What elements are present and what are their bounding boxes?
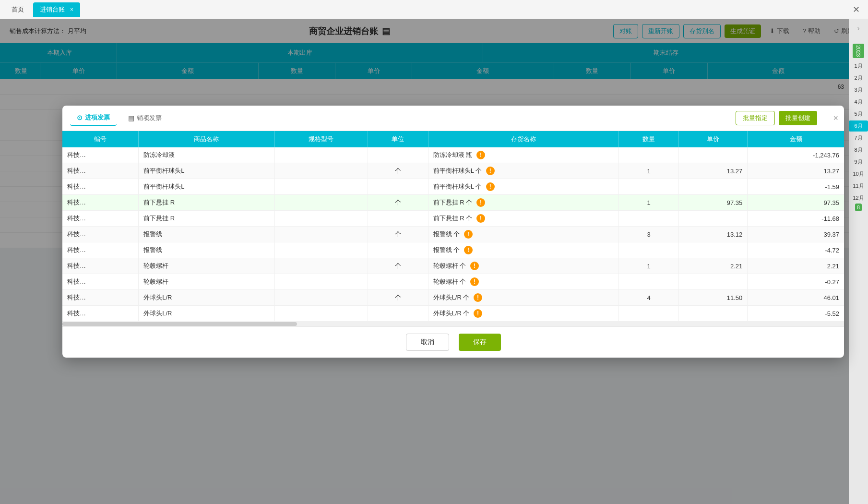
cell-id: 科技… bbox=[62, 179, 139, 195]
sidebar-month-5[interactable]: 5月 bbox=[849, 108, 868, 120]
right-sidebar: › 月初 2023 1月 2月 3月 4月 5月 6月 7月 8月 9月 10月… bbox=[849, 19, 868, 504]
cell-amount: -1,243.76 bbox=[748, 147, 844, 163]
sidebar-month-list: 1月 2月 3月 4月 5月 6月 7月 8月 9月 10月 11月 12月 bbox=[849, 60, 868, 204]
table-row: 科技… 外球头L/R 外球头L/R 个 ! -5.52 bbox=[62, 306, 844, 322]
window-close-button[interactable]: ✕ bbox=[849, 2, 863, 17]
sidebar-month-6[interactable]: 6月 bbox=[849, 120, 868, 132]
cell-spec bbox=[274, 163, 368, 179]
sidebar-month-2[interactable]: 2月 bbox=[849, 72, 868, 84]
sidebar-month-8[interactable]: 8月 bbox=[849, 144, 868, 156]
sidebar-month-9[interactable]: 9月 bbox=[849, 156, 868, 168]
modal-footer: 取消 保存 bbox=[62, 326, 844, 358]
cell-amount: 2.21 bbox=[748, 258, 844, 274]
cell-id: 科技… bbox=[62, 227, 139, 242]
cell-qty: 1 bbox=[619, 195, 679, 211]
cell-amount: 97.35 bbox=[748, 195, 844, 211]
col-header-amount: 金额 bbox=[748, 131, 844, 147]
table-row: 科技… 外球头L/R 个 外球头L/R 个 ! 4 11.50 46.01 bbox=[62, 290, 844, 306]
sidebar-month-7[interactable]: 7月 bbox=[849, 132, 868, 144]
warn-icon: ! bbox=[474, 309, 482, 318]
col-header-id: 编号 bbox=[62, 131, 139, 147]
cell-name: 轮毂螺杆 bbox=[139, 258, 274, 274]
warn-icon: ! bbox=[486, 167, 495, 175]
cell-stock: 报警线 个 ! bbox=[428, 242, 618, 258]
batch-assign-button[interactable]: 批量指定 bbox=[736, 111, 775, 125]
table-row: 科技… 轮毂螺杆 轮毂螺杆 个 ! -0.27 bbox=[62, 274, 844, 290]
sidebar-month-11[interactable]: 11月 bbox=[849, 180, 868, 192]
cancel-button[interactable]: 取消 bbox=[406, 334, 449, 351]
cell-unit: 个 bbox=[368, 227, 428, 242]
ledger-tab-close[interactable]: × bbox=[70, 6, 73, 13]
cell-price bbox=[679, 179, 748, 195]
incoming-invoice-icon: ⊙ bbox=[77, 114, 83, 121]
cell-spec bbox=[274, 195, 368, 211]
table-row: 科技… 前下悬挂 R 个 前下悬挂 R 个 ! 1 97.35 97.35 bbox=[62, 195, 844, 211]
cell-unit bbox=[368, 211, 428, 227]
cell-spec bbox=[274, 147, 368, 163]
sidebar-month-10[interactable]: 10月 bbox=[849, 168, 868, 180]
cell-stock: 报警线 个 ! bbox=[428, 227, 618, 242]
modal-table-wrapper[interactable]: 编号 商品名称 规格型号 单位 存货名称 数量 单价 金额 科技… 防冻冷却液 bbox=[62, 131, 844, 322]
cell-unit bbox=[368, 147, 428, 163]
cell-unit bbox=[368, 306, 428, 322]
cell-spec bbox=[274, 306, 368, 322]
cell-unit: 个 bbox=[368, 290, 428, 306]
sidebar-count-badge: 8 bbox=[855, 204, 862, 211]
cell-price bbox=[679, 306, 748, 322]
cell-price bbox=[679, 242, 748, 258]
modal-header: ⊙ 进项发票 ▤ 销项发票 批量指定 批量创建 × bbox=[62, 106, 844, 131]
cell-stock: 外球头L/R 个 ! bbox=[428, 290, 618, 306]
warn-icon: ! bbox=[464, 246, 473, 254]
cell-amount: 39.37 bbox=[748, 227, 844, 242]
table-header-row: 编号 商品名称 规格型号 单位 存货名称 数量 单价 金额 bbox=[62, 131, 844, 147]
warn-icon: ! bbox=[464, 230, 473, 239]
cell-id: 科技… bbox=[62, 242, 139, 258]
cell-amount: -0.27 bbox=[748, 274, 844, 290]
nav-tab-ledger[interactable]: 进销台账 × bbox=[33, 2, 80, 17]
sidebar-month-3[interactable]: 3月 bbox=[849, 84, 868, 96]
batch-create-button[interactable]: 批量创建 bbox=[779, 111, 817, 125]
table-row: 科技… 前平衡杆球头L 前平衡杆球头L 个 ! -1.59 bbox=[62, 179, 844, 195]
tab-outgoing-invoice[interactable]: ▤ 销项发票 bbox=[121, 111, 168, 125]
cell-qty: 1 bbox=[619, 258, 679, 274]
table-row: 科技… 报警线 个 报警线 个 ! 3 13.12 39.37 bbox=[62, 227, 844, 242]
top-navigation: 首页 进销台账 × ✕ bbox=[0, 0, 868, 19]
main-area: 销售成本计算方法： 月平均 商贸企业进销台账 ▤ 对账 重新开账 存货别名 生成… bbox=[0, 19, 868, 504]
scrollbar-thumb[interactable] bbox=[62, 322, 297, 326]
cell-unit bbox=[368, 179, 428, 195]
cell-spec bbox=[274, 274, 368, 290]
sidebar-month-12[interactable]: 12月 bbox=[849, 192, 868, 204]
col-header-spec: 规格型号 bbox=[274, 131, 368, 147]
cell-unit: 个 bbox=[368, 258, 428, 274]
cell-unit: 个 bbox=[368, 195, 428, 211]
col-header-name: 商品名称 bbox=[139, 131, 274, 147]
invoice-modal: ⊙ 进项发票 ▤ 销项发票 批量指定 批量创建 × 编号 商品名称 规格型号 bbox=[62, 106, 844, 358]
warn-icon: ! bbox=[476, 198, 485, 207]
sidebar-expand-arrow[interactable]: › bbox=[855, 22, 862, 35]
sidebar-year-badge: 2023 bbox=[853, 44, 864, 58]
cell-price: 13.12 bbox=[679, 227, 748, 242]
tab-incoming-invoice[interactable]: ⊙ 进项发票 bbox=[70, 110, 117, 126]
cell-stock: 防冻冷却液 瓶 ! bbox=[428, 147, 618, 163]
modal-horizontal-scrollbar[interactable] bbox=[62, 322, 844, 326]
cell-spec bbox=[274, 242, 368, 258]
cell-amount: -1.59 bbox=[748, 179, 844, 195]
cell-id: 科技… bbox=[62, 274, 139, 290]
col-header-stock: 存货名称 bbox=[428, 131, 618, 147]
cell-price: 11.50 bbox=[679, 290, 748, 306]
cell-stock: 前下悬挂 R 个 ! bbox=[428, 211, 618, 227]
cell-price bbox=[679, 147, 748, 163]
cell-name: 报警线 bbox=[139, 242, 274, 258]
ledger-tab-label: 进销台账 bbox=[40, 5, 65, 14]
table-row: 科技… 报警线 报警线 个 ! -4.72 bbox=[62, 242, 844, 258]
modal-close-button[interactable]: × bbox=[833, 113, 838, 123]
sidebar-month-1[interactable]: 1月 bbox=[849, 60, 868, 72]
cell-id: 科技… bbox=[62, 258, 139, 274]
cell-id: 科技… bbox=[62, 147, 139, 163]
cell-spec bbox=[274, 227, 368, 242]
cell-stock: 轮毂螺杆 个 ! bbox=[428, 274, 618, 290]
sidebar-month-4[interactable]: 4月 bbox=[849, 96, 868, 108]
nav-tab-home[interactable]: 首页 bbox=[5, 2, 31, 17]
save-button[interactable]: 保存 bbox=[459, 334, 501, 351]
cell-qty bbox=[619, 274, 679, 290]
